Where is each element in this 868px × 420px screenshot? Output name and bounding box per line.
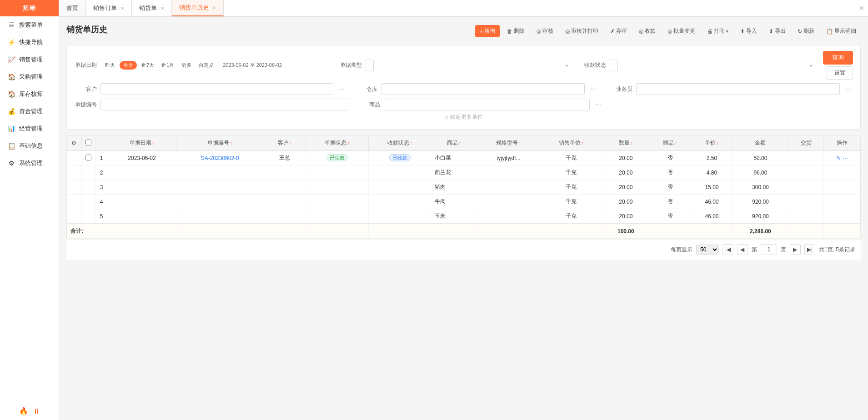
td-goods: 猪肉 <box>431 180 477 195</box>
th-docstatus[interactable]: 单据状态↕ <box>306 135 368 151</box>
sidebar-item-sales-mgmt[interactable]: 📈 销售管理 <box>0 51 59 68</box>
page-input[interactable] <box>761 244 777 255</box>
th-spec[interactable]: 规格型号↕ <box>477 135 540 151</box>
sidebar-item-quick-nav[interactable]: ⚡ 快捷导航 <box>0 34 59 51</box>
sidebar-item-sys-mgmt[interactable]: ⚙ 系统管理 <box>0 155 59 172</box>
doc-type-select[interactable] <box>366 60 374 71</box>
th-price[interactable]: 单价↕ <box>691 135 733 151</box>
import-button[interactable]: ⬆ 导入 <box>736 25 762 37</box>
discard-button[interactable]: ✗ 弃审 <box>606 25 632 37</box>
warehouse-input[interactable] <box>381 83 585 95</box>
td-docstatus <box>306 195 368 209</box>
prev-page-btn[interactable]: ◀ <box>737 244 748 255</box>
doc-no-input[interactable] <box>100 99 349 110</box>
refresh-button[interactable]: ↻ 刷新 <box>793 25 819 37</box>
close-all-tabs-icon[interactable]: ✕ <box>859 5 864 12</box>
tab-sales-order-close[interactable]: ✕ <box>120 6 124 11</box>
edit-btn[interactable]: ✎ <box>836 155 841 161</box>
customer-input[interactable] <box>100 83 333 95</box>
show-detail-button[interactable]: 📋 显示明细 <box>822 25 861 37</box>
date-btn-more[interactable]: 更多 <box>179 61 194 70</box>
th-gift[interactable]: 赠品↕ <box>649 135 691 151</box>
collect-button[interactable]: ◎ 收款 <box>634 25 660 37</box>
query-button[interactable]: 查询 <box>823 51 853 65</box>
goods-dots[interactable]: ··· <box>593 101 603 108</box>
th-checkbox <box>81 135 95 151</box>
sales-person-label: 业务员 <box>605 85 632 93</box>
table-row: 2 西兰花 千克 20.00 否 4.80 96.00 <box>67 165 860 180</box>
export-button[interactable]: ⬇ 导出 <box>764 25 790 37</box>
sidebar-item-inventory[interactable]: 🏠 库存核算 <box>0 85 59 103</box>
delete-button[interactable]: 🗑 删除 <box>502 25 529 37</box>
td-price: 46.00 <box>691 209 733 224</box>
tab-sales-history[interactable]: 销货单历史 ✕ <box>172 0 224 16</box>
td-goods: 西兰花 <box>431 165 477 180</box>
row-checkbox[interactable] <box>85 155 91 160</box>
tab-sales-order-label: 销售订单 <box>93 4 117 12</box>
th-collectstatus[interactable]: 收款状态↕ <box>368 135 431 151</box>
sidebar-item-ops-mgmt[interactable]: 📊 经营管理 <box>0 120 59 137</box>
collapse-more-conditions[interactable]: ∧ 收起更多条件 <box>74 110 853 124</box>
td-gear <box>67 209 81 224</box>
add-button[interactable]: + 新增 <box>475 25 500 37</box>
tab-sales-goods[interactable]: 销货单 ✕ <box>132 0 172 16</box>
td-transaction <box>788 151 823 165</box>
sales-person-dots[interactable]: ··· <box>843 85 853 93</box>
next-page-btn[interactable]: ▶ <box>790 244 801 255</box>
sidebar-bottom-left-icon[interactable]: 🔥 <box>19 407 28 415</box>
print-button[interactable]: 🖨 打印 ▾ <box>702 25 733 37</box>
th-rownum <box>95 135 108 151</box>
data-table: ⚙ 单据日期↕ 单据编号↕ 客户↕ 单据状态↕ 收款状态↕ 商品↕ 规格型号↕ … <box>67 135 860 239</box>
sidebar-item-basic-info[interactable]: 📋 基础信息 <box>0 137 59 155</box>
date-btn-yesterday[interactable]: 昨天 <box>102 61 118 70</box>
customer-dots[interactable]: ··· <box>337 85 346 93</box>
collect-status-badge: 已收款 <box>389 154 411 161</box>
first-page-btn[interactable]: |◀ <box>722 244 733 255</box>
export-icon: ⬇ <box>769 28 773 35</box>
tab-sales-goods-close[interactable]: ✕ <box>161 6 164 11</box>
th-docno[interactable]: 单据编号↕ <box>176 135 264 151</box>
review-print-label: 审核并打印 <box>571 27 598 35</box>
summary-total-qty: 100.00 <box>617 228 634 235</box>
delete-label: 删除 <box>514 27 525 35</box>
date-btn-custom[interactable]: 自定义 <box>196 61 216 70</box>
review-button[interactable]: ◎ 审核 <box>532 25 558 37</box>
th-date[interactable]: 单据日期↕ <box>108 135 176 151</box>
sidebar-item-search-menu[interactable]: ☰ 搜索菜单 <box>0 16 59 34</box>
th-unit[interactable]: 销售单位↕ <box>540 135 602 151</box>
more-btn[interactable]: ⋯ <box>843 155 848 161</box>
delete-icon: 🗑 <box>507 28 512 35</box>
date-btn-7days[interactable]: 近7天 <box>139 61 157 70</box>
batch-change-button[interactable]: ◎ 批量变更 <box>663 25 700 37</box>
tab-sales-history-close[interactable]: ✕ <box>212 5 216 10</box>
ops-mgmt-icon: 📊 <box>7 125 15 132</box>
collect-status-select[interactable] <box>610 60 618 71</box>
page-suffix: 页 <box>781 246 786 254</box>
doc-no-link[interactable]: SA-20230602-0 <box>201 155 239 161</box>
tab-sales-order[interactable]: 销售订单 ✕ <box>86 0 132 16</box>
last-page-btn[interactable]: ▶| <box>804 244 815 255</box>
basic-info-icon: 📋 <box>7 142 15 150</box>
td-price: 15.00 <box>691 180 733 195</box>
set-button[interactable]: 设置 <box>827 66 853 80</box>
warehouse-dots[interactable]: ··· <box>588 85 598 93</box>
th-qty[interactable]: 数量↕ <box>602 135 649 151</box>
sidebar-item-label: 搜索菜单 <box>19 21 43 29</box>
td-spec <box>477 195 540 209</box>
td-amount: 920.00 <box>733 209 788 224</box>
date-btn-today[interactable]: 今天 <box>120 61 137 70</box>
th-gear[interactable]: ⚙ <box>67 135 81 151</box>
sidebar-item-purchase-mgmt[interactable]: 🏠 采购管理 <box>0 68 59 85</box>
date-btn-1month[interactable]: 近1月 <box>159 61 177 70</box>
td-date <box>108 180 176 195</box>
per-page-select[interactable]: 50 100 200 <box>696 245 719 255</box>
th-goods[interactable]: 商品↕ <box>431 135 477 151</box>
goods-input[interactable] <box>384 99 590 110</box>
sales-person-input[interactable] <box>636 83 840 95</box>
tab-home[interactable]: 首页 <box>59 0 86 16</box>
sidebar-bottom-right-icon[interactable]: ⏸ <box>33 407 40 415</box>
sidebar-item-finance[interactable]: 💰 资金管理 <box>0 103 59 120</box>
select-all-checkbox[interactable] <box>85 140 91 145</box>
review-print-button[interactable]: ◎ 审核并打印 <box>561 25 603 37</box>
th-customer[interactable]: 客户↕ <box>264 135 306 151</box>
